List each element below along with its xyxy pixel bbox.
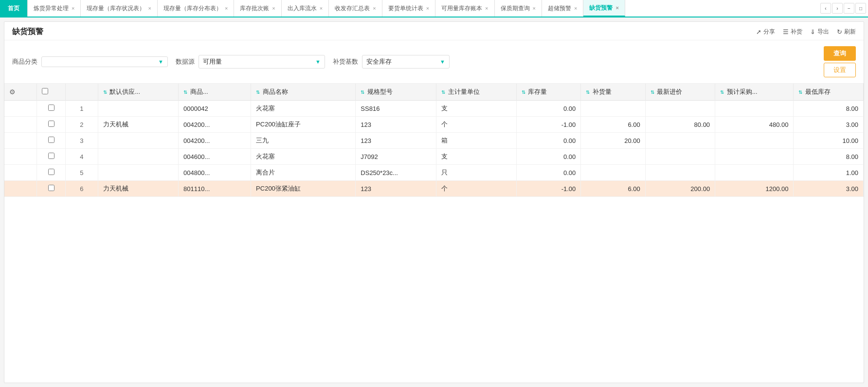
replenish-button[interactable]: ☰ 补货	[783, 28, 802, 36]
tab-close-现存量库存分布表[interactable]: ×	[225, 5, 228, 11]
sort-icon-stock[interactable]: ⇅	[522, 89, 525, 95]
row-gear-cell	[4, 117, 36, 133]
row-check-cell[interactable]	[36, 149, 66, 165]
th-unit: ⇅ 主计量单位	[436, 84, 516, 101]
data-table: ⚙ ⇅ 默认供应... ⇅ 商品... ⇅ 商品名称	[4, 84, 864, 197]
row-stock: 0.00	[516, 149, 580, 165]
row-gear-cell	[4, 165, 36, 181]
row-replenish	[581, 149, 645, 165]
replenish-select[interactable]: 安全库存 ▼	[362, 55, 450, 69]
tab-现存量库存分布表[interactable]: 现存量（库存分布表） ×	[158, 0, 234, 17]
tab-超储预警[interactable]: 超储预警 ×	[542, 0, 583, 17]
tab-收发存汇总表[interactable]: 收发存汇总表 ×	[329, 0, 382, 17]
sort-icon-plan[interactable]: ⇅	[720, 89, 724, 95]
row-checkbox[interactable]	[48, 105, 54, 111]
sort-icon-name[interactable]: ⇅	[256, 89, 260, 95]
replenish-label: 补货基数	[333, 57, 358, 66]
row-checkbox[interactable]	[48, 121, 54, 127]
gear-icon[interactable]: ⚙	[9, 88, 16, 96]
tab-close-可用量库存账本[interactable]: ×	[485, 5, 488, 11]
replenish-filter: 补货基数 安全库存 ▼	[333, 55, 450, 69]
row-latest-price	[645, 149, 715, 165]
sort-icon-spec[interactable]: ⇅	[361, 89, 364, 95]
category-select[interactable]: ▼	[41, 56, 168, 67]
row-supplier: 力天机械	[98, 117, 179, 133]
table-row[interactable]: 3 004200... 三九 123 箱 0.00 20.00 10.00	[4, 133, 864, 149]
sort-icon-unit[interactable]: ⇅	[441, 89, 445, 95]
row-checkbox[interactable]	[48, 137, 54, 143]
tab-close-保质期查询[interactable]: ×	[533, 5, 536, 11]
row-replenish: 6.00	[581, 181, 645, 197]
row-unit: 支	[436, 101, 516, 117]
row-check-cell[interactable]	[36, 133, 66, 149]
row-index: 6	[66, 181, 98, 197]
table-row[interactable]: 2 力天机械 004200... PC200油缸座子 123 个 -1.00 6…	[4, 117, 864, 133]
row-spec: 123	[356, 181, 436, 197]
tab-close-出入库流水[interactable]: ×	[320, 5, 323, 11]
export-button[interactable]: ⇓ 导出	[810, 28, 829, 36]
tab-要货单统计表[interactable]: 要货单统计表 ×	[382, 0, 435, 17]
query-button[interactable]: 查询	[824, 46, 856, 61]
tab-库存批次账[interactable]: 库存批次账 ×	[234, 0, 281, 17]
tab-minimize-button[interactable]: −	[844, 3, 854, 14]
refresh-button[interactable]: ↻ 刷新	[837, 28, 856, 36]
row-check-cell[interactable]	[36, 181, 66, 197]
row-check-cell[interactable]	[36, 117, 66, 133]
tab-保质期查询[interactable]: 保质期查询 ×	[495, 0, 542, 17]
row-checkbox[interactable]	[48, 169, 54, 175]
sort-icon-code[interactable]: ⇅	[183, 89, 187, 95]
tab-maximize-button[interactable]: □	[855, 3, 866, 14]
th-latest-price: ⇅ 最新进价	[645, 84, 715, 101]
table-row[interactable]: 5 004800... 离合片 DS250*23c... 只 0.00 1.00	[4, 165, 864, 181]
filter-actions: 查询 设置	[824, 46, 856, 77]
row-check-cell[interactable]	[36, 101, 66, 117]
row-code: 004200...	[179, 117, 251, 133]
tab-炼货异常处理[interactable]: 炼货异常处理 ×	[28, 0, 81, 17]
row-replenish	[581, 165, 645, 181]
row-supplier: 力天机械	[98, 181, 179, 197]
table-row[interactable]: 4 004600... 火花塞 J7092 支 0.00 8.00	[4, 149, 864, 165]
table-body: 1 0000042 火花塞 SS816 支 0.00 8.00 2 力天机械 0…	[4, 101, 864, 197]
sort-icon-min[interactable]: ⇅	[798, 89, 802, 95]
row-unit: 只	[436, 165, 516, 181]
sort-icon-price[interactable]: ⇅	[651, 89, 654, 95]
tab-close-缺货预警[interactable]: ×	[615, 5, 618, 11]
row-stock: 0.00	[516, 133, 580, 149]
tab-可用量库存账本[interactable]: 可用量库存账本 ×	[435, 0, 494, 17]
page-content: 缺货预警 ➚ 分享 ☰ 补货 ⇓ 导出 ↻ 刷新 商品分类	[4, 21, 864, 383]
tab-close-炼货异常处理[interactable]: ×	[72, 5, 74, 11]
th-min-stock: ⇅ 最低库存	[794, 84, 864, 101]
tab-出入库流水[interactable]: 出入库流水 ×	[282, 0, 329, 17]
page-header: 缺货预警 ➚ 分享 ☰ 补货 ⇓ 导出 ↻ 刷新	[4, 22, 864, 40]
th-gear[interactable]: ⚙	[4, 84, 36, 101]
table-row[interactable]: 1 0000042 火花塞 SS816 支 0.00 8.00	[4, 101, 864, 117]
replenish-icon: ☰	[783, 28, 789, 35]
sort-icon-replenish[interactable]: ⇅	[586, 89, 590, 95]
table-row[interactable]: 6 力天机械 801110... PC200张紧油缸 123 个 -1.00 6…	[4, 181, 864, 197]
tab-缺货预警[interactable]: 缺货预警 ×	[583, 0, 625, 17]
share-button[interactable]: ➚ 分享	[756, 28, 775, 36]
row-checkbox[interactable]	[48, 153, 54, 159]
tab-close-要货单统计表[interactable]: ×	[426, 5, 429, 11]
tab-现存量库存状况表[interactable]: 现存量（库存状况表） ×	[81, 0, 157, 17]
th-index	[66, 84, 98, 101]
row-checkbox[interactable]	[48, 185, 54, 191]
tab-home[interactable]: 首页	[0, 0, 28, 17]
tab-prev-button[interactable]: ‹	[820, 3, 831, 14]
row-code: 801110...	[179, 181, 251, 197]
row-check-cell[interactable]	[36, 165, 66, 181]
select-all-checkbox[interactable]	[42, 88, 48, 94]
tab-close-现存量库存状况表[interactable]: ×	[148, 5, 151, 11]
tab-next-button[interactable]: ›	[832, 3, 843, 14]
tab-close-收发存汇总表[interactable]: ×	[373, 5, 376, 11]
tab-close-超储预警[interactable]: ×	[574, 5, 577, 11]
tab-close-库存批次账[interactable]: ×	[272, 5, 275, 11]
row-min-stock: 8.00	[794, 149, 864, 165]
datasource-select[interactable]: 可用量 ▼	[199, 55, 325, 69]
row-spec: SS816	[356, 101, 436, 117]
row-plan-purchase	[715, 133, 794, 149]
settings-button[interactable]: 设置	[824, 63, 856, 77]
row-supplier	[98, 133, 179, 149]
sort-icon-supplier[interactable]: ⇅	[103, 89, 107, 95]
row-gear-cell	[4, 101, 36, 117]
